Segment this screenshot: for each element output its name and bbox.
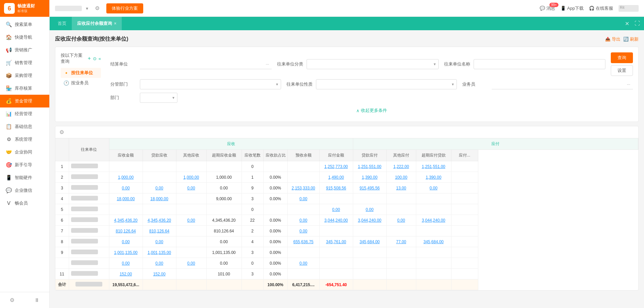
table-cell[interactable]: 0.00	[176, 258, 206, 269]
sidebar-item-智能硬件[interactable]: 📱智能硬件	[0, 171, 49, 184]
table-cell[interactable]: 915,508.56	[319, 183, 353, 193]
table-cell[interactable]: 0.00	[176, 215, 206, 226]
table-cell[interactable]: 152.00	[109, 269, 143, 279]
filter-unitname-input[interactable]	[474, 59, 605, 69]
table-cell[interactable]: 0.00	[143, 236, 176, 247]
table-cell[interactable]: 0.00	[353, 204, 386, 215]
table-cell[interactable]: 0.00	[319, 204, 353, 215]
table-cell[interactable]: 4,345,436.20	[143, 215, 176, 226]
setting-button[interactable]: 设置	[611, 65, 633, 76]
sidebar-item-label: 智能硬件	[15, 175, 32, 181]
table-settings-icon[interactable]: ⚙	[59, 129, 64, 135]
sidebar-item-营销推广[interactable]: 📢营销推广	[0, 44, 49, 56]
filter-settlement-input[interactable]: ···	[140, 59, 272, 69]
table-cell[interactable]: 1,390.00	[416, 172, 451, 183]
refresh-button[interactable]: 🔄刷新	[623, 36, 639, 42]
filter-dept-select[interactable]: ▾	[140, 79, 281, 89]
table-cell[interactable]: 0.00	[109, 236, 143, 247]
table-cell[interactable]: 77.00	[386, 236, 416, 247]
table-cell[interactable]: 810,126.64	[143, 226, 176, 236]
user-avatar[interactable]: Rit	[619, 5, 639, 12]
table-cell: 9,000.00	[206, 193, 241, 204]
filter-category-select[interactable]: ▾	[307, 59, 438, 69]
table-scroll[interactable]: 往来单位 应收 应付 应收金额 贷款应收 其他应收 超期应收金额 应收笔数 应收…	[55, 138, 638, 290]
filter-salesman-input[interactable]: ···	[492, 79, 633, 89]
table-cell[interactable]: 0.00	[109, 258, 143, 269]
table-cell[interactable]: 3,044,240.00	[353, 215, 386, 226]
table-cell[interactable]: 0.00	[287, 258, 319, 269]
tab-close-all-icon[interactable]: ✕	[624, 19, 631, 28]
table-cell[interactable]: 18,000.00	[143, 193, 176, 204]
table-cell[interactable]: 345,684.00	[416, 236, 451, 247]
sidebar-item-资金管理[interactable]: 💰资金管理	[0, 95, 49, 107]
sidebar-item-系统管理[interactable]: ⚙系统管理	[0, 133, 49, 146]
query-button[interactable]: 查询	[611, 52, 633, 63]
message-btn[interactable]: 💬 消息 99+	[540, 5, 555, 11]
filter-add-btn[interactable]: +	[88, 55, 91, 61]
filter-target-btn[interactable]: ⊙	[93, 56, 97, 61]
sidebar-item-基础信息[interactable]: 📋基础信息	[0, 120, 49, 133]
table-cell[interactable]: 152.00	[143, 269, 176, 279]
sidebar-item-库存核算[interactable]: 🏪库存核算	[0, 82, 49, 95]
table-cell[interactable]: 1,390.00	[353, 172, 386, 183]
trial-button[interactable]: 体验行业方案	[106, 3, 143, 13]
tab-应收应付余额查询[interactable]: 应收应付余额查询×	[72, 17, 122, 30]
sidebar-item-label: 企业协同	[15, 149, 32, 155]
table-cell[interactable]: 345,684.00	[353, 236, 386, 247]
table-cell[interactable]: 0.00	[416, 183, 451, 193]
sidebar-item-新手引导[interactable]: 🎯新手引导	[0, 159, 49, 171]
table-cell[interactable]: 1,222.00	[386, 161, 416, 172]
online-service-btn[interactable]: 🎧 在线客服	[589, 5, 613, 11]
table-cell[interactable]: 1,252,773.00	[319, 161, 353, 172]
filter-collapse-btn[interactable]: ∧ 收起更多条件	[110, 105, 633, 116]
table-cell[interactable]: 1,251,551.00	[416, 161, 451, 172]
sidebar-item-销售管理[interactable]: 🛒销售管理	[0, 56, 49, 69]
table-cell[interactable]: 0.00	[143, 183, 176, 193]
sidebar-item-企业协同[interactable]: 🤝企业协同	[0, 146, 49, 159]
sidebar-settings-btn[interactable]: ⚙	[6, 295, 18, 305]
table-cell[interactable]: 1,251,551.00	[353, 161, 386, 172]
table-cell[interactable]: 13.00	[386, 183, 416, 193]
header-gear-icon[interactable]: ⚙	[92, 4, 102, 13]
table-cell[interactable]: 0.00	[386, 215, 416, 226]
sidebar-item-企业微信[interactable]: 💬企业微信	[0, 184, 49, 197]
table-cell[interactable]: 0.00	[176, 183, 206, 193]
sidebar-item-采购管理[interactable]: 📦采购管理	[0, 69, 49, 82]
table-cell[interactable]: 3,044,240.00	[319, 215, 353, 226]
filter-nav-item-salesman[interactable]: 🕐 按业务员	[61, 78, 101, 88]
tab-首页[interactable]: 首页	[52, 17, 72, 30]
table-cell[interactable]: 0.00	[287, 226, 319, 236]
app-download-btn[interactable]: 📱 App下载	[560, 5, 584, 11]
tab-fullscreen-icon[interactable]: ⛶	[633, 19, 641, 28]
filter-collapse-nav[interactable]: «	[99, 56, 101, 61]
sidebar-item-畅会员[interactable]: Ⅴ畅会员	[0, 197, 49, 210]
table-cell[interactable]: 345,761.00	[319, 236, 353, 247]
table-cell[interactable]: 1,001,135.00	[143, 247, 176, 258]
sidebar-item-经营管理[interactable]: 📊经营管理	[0, 107, 49, 120]
table-cell[interactable]: 0.00	[109, 183, 143, 193]
header-dropdown-arrow[interactable]: ▾	[86, 6, 88, 11]
table-cell[interactable]: 1,001,135.00	[109, 247, 143, 258]
table-cell[interactable]: 2,153,333.00	[287, 183, 319, 193]
sidebar-item-搜索菜单[interactable]: 🔍搜索菜单	[0, 18, 49, 31]
table-cell[interactable]: 915,495.56	[353, 183, 386, 193]
filter-nature-select[interactable]: ▾	[316, 79, 457, 89]
table-cell[interactable]: 0.00	[143, 258, 176, 269]
table-cell[interactable]: 810,126.64	[109, 226, 143, 236]
table-cell[interactable]: 1,000.00	[109, 172, 143, 183]
table-cell[interactable]: 3,044,240.00	[416, 215, 451, 226]
table-cell[interactable]: 0.00	[287, 193, 319, 204]
filter-nav-item-unit[interactable]: 🔸 按往来单位	[61, 68, 101, 78]
table-cell[interactable]: 0.00	[287, 215, 319, 226]
sidebar-collapse-btn[interactable]: ⏸	[30, 295, 44, 305]
table-cell[interactable]: 1,490.00	[319, 172, 353, 183]
sidebar-item-快捷导航[interactable]: 🏠快捷导航	[0, 31, 49, 44]
table-cell[interactable]: 100.00	[386, 172, 416, 183]
tab-close-btn[interactable]: ×	[114, 21, 116, 26]
filter-department-select[interactable]: ▾	[140, 93, 177, 103]
table-cell[interactable]: 655,636.75	[287, 236, 319, 247]
table-cell[interactable]: 4,345,436.20	[109, 215, 143, 226]
export-button[interactable]: 📤导出	[605, 36, 621, 42]
table-cell[interactable]: 18,000.00	[109, 193, 143, 204]
table-cell[interactable]: 1,000.00	[176, 172, 206, 183]
